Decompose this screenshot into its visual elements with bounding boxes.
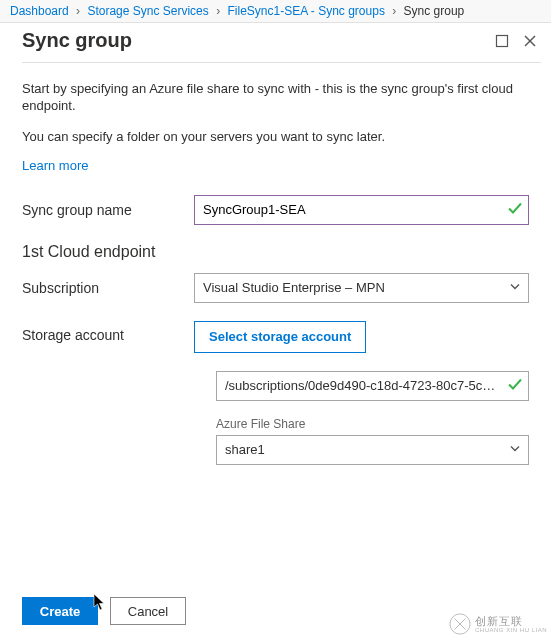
create-button[interactable]: Create — [22, 597, 98, 625]
azure-file-share-selected-value: share1 — [225, 442, 265, 457]
subscription-label: Subscription — [22, 280, 194, 296]
check-icon — [507, 376, 523, 395]
breadcrumb-storage-sync-services[interactable]: Storage Sync Services — [87, 4, 208, 18]
cancel-button[interactable]: Cancel — [110, 597, 186, 625]
intro-text-2: You can specify a folder on your servers… — [22, 129, 529, 144]
azure-file-share-label: Azure File Share — [216, 417, 529, 431]
watermark-text-2: CHUANG XIN HU LIAN — [475, 627, 547, 633]
breadcrumb-filesync1-sea-sync-groups[interactable]: FileSync1-SEA - Sync groups — [227, 4, 384, 18]
intro-text-1: Start by specifying an Azure file share … — [22, 81, 529, 115]
watermark: 创新互联 CHUANG XIN HU LIAN — [449, 613, 547, 635]
watermark-logo-icon — [449, 613, 471, 635]
learn-more-link[interactable]: Learn more — [22, 158, 88, 173]
storage-account-label: Storage account — [22, 321, 194, 343]
sync-group-name-input[interactable] — [194, 195, 529, 225]
subscription-selected-value: Visual Studio Enterprise – MPN — [203, 280, 385, 295]
svg-rect-0 — [497, 35, 508, 46]
breadcrumb: Dashboard › Storage Sync Services › File… — [0, 0, 551, 23]
watermark-text-1: 创新互联 — [475, 616, 547, 627]
check-icon — [507, 200, 523, 219]
chevron-down-icon — [508, 279, 522, 296]
azure-file-share-select[interactable]: share1 — [216, 435, 529, 465]
sync-group-name-label: Sync group name — [22, 202, 194, 218]
chevron-right-icon: › — [392, 4, 396, 18]
section-1st-cloud-endpoint: 1st Cloud endpoint — [22, 243, 529, 261]
select-storage-account-button[interactable]: Select storage account — [194, 321, 366, 353]
close-button[interactable] — [519, 30, 541, 52]
page-title: Sync group — [22, 29, 485, 52]
storage-account-path-field[interactable]: /subscriptions/0de9d490-c18d-4723-80c7-5… — [216, 371, 529, 401]
close-icon — [523, 34, 537, 48]
window-restore-icon — [495, 34, 509, 48]
storage-account-path-value: /subscriptions/0de9d490-c18d-4723-80c7-5… — [225, 378, 500, 393]
subscription-select[interactable]: Visual Studio Enterprise – MPN — [194, 273, 529, 303]
breadcrumb-dashboard[interactable]: Dashboard — [10, 4, 69, 18]
chevron-down-icon — [508, 441, 522, 458]
restore-window-button[interactable] — [491, 30, 513, 52]
chevron-right-icon: › — [216, 4, 220, 18]
chevron-right-icon: › — [76, 4, 80, 18]
breadcrumb-sync-group: Sync group — [404, 4, 465, 18]
